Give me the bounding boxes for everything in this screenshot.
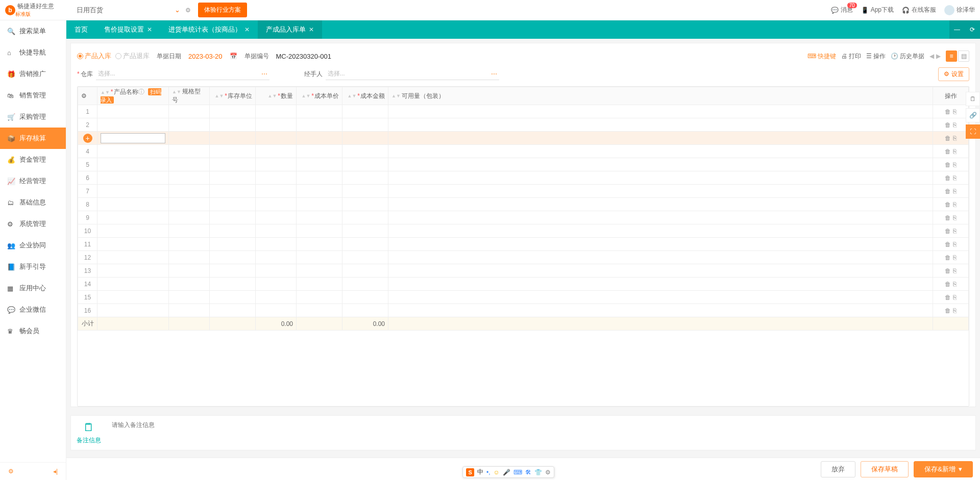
calendar-icon[interactable]: 📅 xyxy=(230,53,237,60)
col-product-name[interactable]: ▲▼*产品名称ⓘ 扫码录入 xyxy=(97,87,169,105)
sidebar-item-basicinfo[interactable]: 🗂基础信息 xyxy=(0,192,66,213)
delete-icon[interactable]: 🗑 xyxy=(945,228,951,235)
support-link[interactable]: 🎧 在线客服 xyxy=(902,6,936,14)
copy-icon[interactable]: ⎘ xyxy=(953,307,957,314)
copy-icon[interactable]: ⎘ xyxy=(953,188,957,195)
copy-icon[interactable]: ⎘ xyxy=(953,254,957,261)
category-selector[interactable]: 日用百货 ⌄ xyxy=(77,6,180,15)
close-icon[interactable]: ✕ xyxy=(244,26,250,33)
close-icon[interactable]: ✕ xyxy=(147,26,152,33)
delete-icon[interactable]: 🗑 xyxy=(945,121,951,129)
next-icon[interactable]: ▶ xyxy=(936,53,941,60)
rail-link-icon[interactable]: 🔗 xyxy=(966,108,980,122)
radio-product-in[interactable]: 产品入库 xyxy=(77,52,111,61)
col-unit[interactable]: ▲▼*库存单位 xyxy=(210,87,256,105)
shortcut-link[interactable]: ⌨快捷键 xyxy=(807,52,836,61)
tab-product-in[interactable]: 产成品入库单✕ xyxy=(258,20,322,39)
copy-icon[interactable]: ⎘ xyxy=(953,201,957,208)
add-row-button[interactable]: + xyxy=(83,134,92,143)
col-available[interactable]: ▲▼可用量（包装） xyxy=(388,87,933,105)
tab-home[interactable]: 首页 xyxy=(66,20,96,39)
history-link[interactable]: 🕑历史单据 xyxy=(891,52,924,61)
sidebar-item-purchase[interactable]: 🛒采购管理 xyxy=(0,106,66,128)
copy-icon[interactable]: ⎘ xyxy=(953,161,957,168)
sidebar-item-search[interactable]: 🔍搜索菜单 xyxy=(0,20,66,42)
copy-icon[interactable]: ⎘ xyxy=(953,294,957,301)
card-view-icon[interactable]: ▤ xyxy=(958,50,969,62)
delete-icon[interactable]: 🗑 xyxy=(945,241,951,248)
sidebar-item-member[interactable]: ♛畅会员 xyxy=(0,320,66,342)
gear-icon[interactable]: ⚙ xyxy=(185,7,191,14)
remarks-input[interactable] xyxy=(107,416,975,450)
copy-icon[interactable]: ⎘ xyxy=(953,214,957,221)
delete-icon[interactable]: 🗑 xyxy=(945,174,951,182)
sidebar-item-marketing[interactable]: 🎁营销推广 xyxy=(0,63,66,85)
copy-icon[interactable]: ⎘ xyxy=(953,281,957,288)
sidebar-item-wechat[interactable]: 💬企业微信 xyxy=(0,299,66,320)
delete-icon[interactable]: 🗑 xyxy=(945,161,951,168)
col-price[interactable]: ▲▼*成本单价 xyxy=(297,87,342,105)
date-value[interactable]: 2023-03-20 xyxy=(188,53,223,60)
delete-icon[interactable]: 🗑 xyxy=(945,135,951,142)
sidebar-item-sales[interactable]: 🛍销售管理 xyxy=(0,85,66,106)
sidebar-item-apps[interactable]: ▦应用中心 xyxy=(0,277,66,299)
delete-icon[interactable]: 🗑 xyxy=(945,188,951,195)
sidebar-item-inventory[interactable]: 📦库存核算 xyxy=(0,128,66,149)
user-menu[interactable]: 徐泽华 xyxy=(944,5,975,15)
product-name-input[interactable] xyxy=(101,133,165,143)
col-settings[interactable]: ⚙ xyxy=(78,87,97,105)
close-icon[interactable]: ✕ xyxy=(309,26,314,33)
handler-select[interactable]: 选择... ⋯ xyxy=(326,68,499,80)
delete-icon[interactable]: 🗑 xyxy=(945,267,951,274)
refresh-button[interactable]: ⟳ xyxy=(965,20,980,39)
messages-link[interactable]: 💬 消息 70 xyxy=(831,6,853,14)
col-qty[interactable]: ▲▼*数量 xyxy=(256,87,297,105)
tab-price-settings[interactable]: 售价提取设置✕ xyxy=(96,20,160,39)
prev-icon[interactable]: ◀ xyxy=(929,53,934,60)
col-amount[interactable]: ▲▼*成本金额 xyxy=(342,87,388,105)
copy-icon[interactable]: ⎘ xyxy=(953,148,957,155)
copy-icon[interactable]: ⎘ xyxy=(953,228,957,235)
app-download-link[interactable]: 📱 App下载 xyxy=(861,6,894,14)
sidebar-item-business[interactable]: 📈经营管理 xyxy=(0,170,66,192)
radio-product-out[interactable]: 产品退库 xyxy=(115,52,150,61)
collapse-icon[interactable]: ◂| xyxy=(53,468,58,475)
abandon-button[interactable]: 放弃 xyxy=(821,461,855,477)
delete-icon[interactable]: 🗑 xyxy=(945,254,951,261)
messages-badge: 70 xyxy=(847,3,857,8)
delete-icon[interactable]: 🗑 xyxy=(945,201,951,208)
save-new-button[interactable]: 保存&新增▾ xyxy=(914,461,973,477)
avatar xyxy=(944,5,954,15)
copy-icon[interactable]: ⎘ xyxy=(953,174,957,182)
ime-bar[interactable]: S 中 •, ☺ 🎤 ⌨ 🛠 👕 ⚙ xyxy=(462,466,554,478)
sidebar-item-collab[interactable]: 👥企业协同 xyxy=(0,235,66,256)
delete-icon[interactable]: 🗑 xyxy=(945,108,951,115)
list-view-icon[interactable]: ≡ xyxy=(946,50,957,62)
copy-icon[interactable]: ⎘ xyxy=(953,108,957,115)
sidebar-item-system[interactable]: ⚙系统管理 xyxy=(0,213,66,235)
sidebar-item-guide[interactable]: 📘新手引导 xyxy=(0,256,66,277)
rail-expand-icon[interactable]: ⛶ xyxy=(966,124,980,139)
warehouse-select[interactable]: 选择... ⋯ xyxy=(96,68,270,80)
rail-note-icon[interactable]: 🗒 xyxy=(966,92,980,106)
copy-icon[interactable]: ⎘ xyxy=(953,241,957,248)
sidebar-item-quicknav[interactable]: ⌂快捷导航 xyxy=(0,42,66,63)
gear-icon[interactable]: ⚙ xyxy=(8,468,14,475)
action-link[interactable]: ☰操作 xyxy=(866,52,886,61)
delete-icon[interactable]: 🗑 xyxy=(945,281,951,288)
copy-icon[interactable]: ⎘ xyxy=(953,121,957,129)
col-spec[interactable]: ▲▼规格型号 xyxy=(169,87,210,105)
delete-icon[interactable]: 🗑 xyxy=(945,307,951,314)
copy-icon[interactable]: ⎘ xyxy=(953,135,957,142)
try-plan-button[interactable]: 体验行业方案 xyxy=(198,3,247,17)
delete-icon[interactable]: 🗑 xyxy=(945,148,951,155)
settings-button[interactable]: ⚙设置 xyxy=(938,67,969,81)
minimize-button[interactable]: — xyxy=(949,20,965,39)
tab-purchase-report[interactable]: 进货单统计表（按商品）✕ xyxy=(160,20,258,39)
print-link[interactable]: 🖨打印 xyxy=(841,52,861,61)
copy-icon[interactable]: ⎘ xyxy=(953,267,957,274)
sidebar-item-finance[interactable]: 💰资金管理 xyxy=(0,149,66,170)
delete-icon[interactable]: 🗑 xyxy=(945,294,951,301)
save-draft-button[interactable]: 保存草稿 xyxy=(861,461,909,477)
delete-icon[interactable]: 🗑 xyxy=(945,214,951,221)
